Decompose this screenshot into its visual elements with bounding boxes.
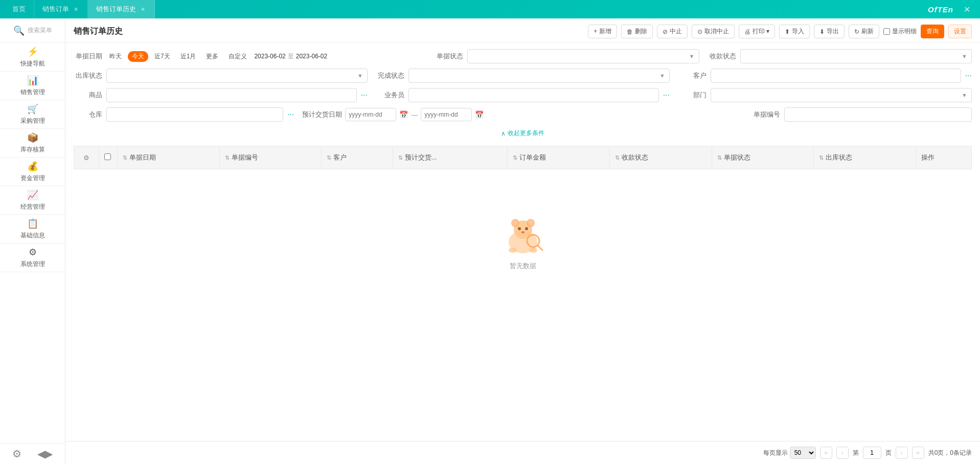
finance-icon: 💰 [27, 161, 38, 172]
sort-delivery-icon[interactable]: ⇅ [398, 154, 403, 161]
delete-button[interactable]: 🗑 删除 [621, 25, 653, 38]
out-status-label: 出库状态 [74, 71, 102, 80]
collapse-sidebar-icon[interactable]: ◀▶ [37, 448, 53, 460]
sidebar-search[interactable]: 🔍 搜索菜单 [0, 18, 65, 43]
collapse-bar[interactable]: ∧ 收起更多条件 [74, 127, 972, 140]
doc-status-arrow: ▼ [689, 53, 695, 59]
customer-more-icon[interactable]: ··· [965, 71, 972, 80]
doc-status-select[interactable]: ▼ [467, 49, 699, 63]
tab-home[interactable]: 首页 [4, 0, 34, 18]
filter-delivery-date: 预计交货日期 📅 — 📅 [302, 108, 743, 121]
sidebar-item-finance[interactable]: 💰 资金管理 [0, 158, 65, 186]
sort-out-icon[interactable]: ⇅ [819, 154, 824, 161]
complete-status-label: 完成状态 [376, 71, 404, 80]
svg-point-4 [513, 220, 518, 226]
delivery-date-to[interactable] [421, 108, 472, 121]
filter-department: 部门 ▼ [678, 88, 972, 102]
tab-sales-order-history[interactable]: 销售订单历史 ✕ [88, 0, 155, 18]
delivery-date-from[interactable] [345, 108, 396, 121]
export-button[interactable]: ⬇ 导出 [814, 25, 845, 38]
customer-input[interactable] [711, 69, 961, 83]
svg-point-12 [529, 248, 537, 253]
stop-button[interactable]: ⊘ 中止 [657, 25, 688, 38]
filter-row-3: 商品 ··· 业务员 ··· 部门 ▼ [74, 88, 972, 102]
svg-line-10 [538, 246, 542, 250]
calendar-to-icon[interactable]: 📅 [475, 111, 484, 119]
sidebar-item-basic-info[interactable]: 📋 基础信息 [0, 215, 65, 244]
doc-number-input[interactable] [784, 107, 972, 122]
warehouse-more-icon[interactable]: ··· [287, 110, 294, 119]
total-info: 共0页，0条记录 [928, 449, 972, 457]
salesman-input[interactable] [408, 88, 659, 102]
sidebar-label-operations: 经营管理 [20, 203, 45, 211]
page-title: 销售订单历史 [74, 26, 123, 37]
collapse-up-icon: ∧ [501, 130, 506, 137]
date-from-value: 2023-06-02 [254, 53, 285, 60]
filter-out-status: 出库状态 ▼ [74, 69, 368, 83]
per-page-dropdown[interactable]: 10 20 50 100 [790, 447, 816, 459]
svg-point-5 [528, 220, 533, 226]
sort-customer-icon[interactable]: ⇅ [327, 154, 331, 161]
sidebar-label-sales: 销售管理 [20, 88, 45, 97]
query-button[interactable]: 查询 [921, 25, 944, 38]
th-payment-status: ⇅ 收款状态 [609, 146, 712, 169]
filter-row-4: 仓库 ··· 预计交货日期 📅 — 📅 单据编号 [74, 107, 972, 122]
date-tab-7days[interactable]: 近7天 [150, 51, 174, 62]
page-input[interactable] [863, 447, 881, 459]
page-size-select: 每页显示 10 20 50 100 [763, 447, 816, 459]
tab-sales-order[interactable]: 销售订单 ✕ [34, 0, 88, 18]
settings-gear-icon[interactable]: ⚙ [12, 448, 21, 460]
date-tab-yesterday[interactable]: 昨天 [105, 51, 126, 62]
date-tab-today[interactable]: 今天 [128, 51, 148, 62]
date-tab-more[interactable]: 更多 [202, 51, 222, 62]
display-detail-checkbox[interactable] [883, 28, 890, 35]
filter-complete-status: 完成状态 ▼ [376, 69, 670, 83]
operations-icon: 📈 [27, 189, 38, 201]
sort-number-icon[interactable]: ⇅ [225, 154, 230, 161]
date-tab-custom[interactable]: 自定义 [224, 51, 251, 62]
print-button[interactable]: 🖨 打印 ▾ [739, 25, 775, 38]
display-detail-container: 显示明细 [883, 27, 917, 36]
date-tab-1month[interactable]: 近1月 [176, 51, 200, 62]
import-button[interactable]: ⬆ 导入 [779, 25, 810, 38]
table-settings-button[interactable]: ⚙ [79, 150, 94, 165]
product-input[interactable] [106, 88, 357, 102]
complete-status-select[interactable]: ▼ [408, 69, 670, 83]
refresh-button[interactable]: ↻ 刷新 [849, 25, 879, 38]
product-more-icon[interactable]: ··· [361, 91, 368, 100]
sidebar-item-quick-nav[interactable]: ⚡ 快捷导航 [0, 43, 65, 72]
settings-button[interactable]: 设置 [948, 25, 972, 38]
th-number: ⇅ 单据编号 [219, 146, 322, 169]
calendar-from-icon[interactable]: 📅 [399, 111, 408, 119]
department-select[interactable]: ▼ [711, 88, 972, 102]
sidebar-item-sales[interactable]: 📊 销售管理 [0, 72, 65, 100]
prev-page-button[interactable]: ‹ [836, 447, 849, 459]
sort-amount-icon[interactable]: ⇅ [513, 154, 517, 161]
next-page-button[interactable]: › [896, 447, 908, 459]
last-page-button[interactable]: » [912, 447, 924, 459]
first-page-button[interactable]: « [820, 447, 832, 459]
per-page-label: 每页显示 [763, 449, 788, 457]
tab-close-history[interactable]: ✕ [139, 6, 146, 13]
payment-status-arrow: ▼ [962, 53, 967, 59]
sidebar-item-inventory[interactable]: 📦 库存核算 [0, 129, 65, 158]
sort-doc-status-icon[interactable]: ⇅ [717, 154, 722, 161]
salesman-more-icon[interactable]: ··· [663, 91, 670, 100]
out-status-select[interactable]: ▼ [106, 69, 368, 83]
window-close-btn[interactable]: ✕ [960, 2, 974, 16]
sidebar-item-operations[interactable]: 📈 经营管理 [0, 186, 65, 215]
sort-date-icon[interactable]: ⇅ [123, 154, 127, 161]
warehouse-input[interactable] [106, 107, 283, 122]
cancel-stop-button[interactable]: ⊙ 取消中止 [692, 25, 735, 38]
add-button[interactable]: + 新增 [588, 25, 617, 38]
system-icon: ⚙ [29, 247, 37, 258]
sidebar-item-purchase[interactable]: 🛒 采购管理 [0, 100, 65, 129]
sidebar-item-system[interactable]: ⚙ 系统管理 [0, 244, 65, 272]
sort-payment-icon[interactable]: ⇅ [615, 154, 620, 161]
tab-close-sales-order[interactable]: ✕ [72, 6, 79, 13]
th-checkbox [99, 146, 118, 169]
payment-status-select[interactable]: ▼ [740, 49, 972, 63]
department-arrow: ▼ [962, 92, 967, 98]
collapse-label: 收起更多条件 [508, 129, 544, 138]
select-all-checkbox[interactable] [104, 153, 111, 160]
